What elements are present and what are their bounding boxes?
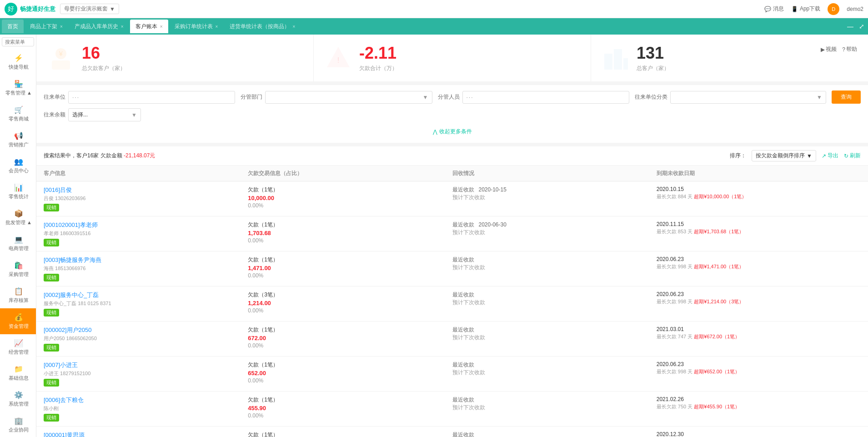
sidebar-item-system[interactable]: ⚙️ 系统管理 <box>0 386 36 412</box>
date-cell-1: 2020.10.15 最长欠款 884 天 超期¥10,000.00（1笔） <box>657 186 861 200</box>
minimize-icon[interactable]: — <box>845 22 855 31</box>
filter-from-unit-dots: ··· <box>72 94 80 100</box>
customer-tag-2: 现销 <box>44 239 59 246</box>
sidebar-item-enterprise[interactable]: 🏢 企业协同 <box>0 412 36 437</box>
customer-name-link-2[interactable]: [0001020001]孝老师 <box>44 221 98 228</box>
sidebar-item-batch-mgmt[interactable]: 📦 批发管理 ▲ <box>0 205 36 231</box>
due-date-2: 2020.11.15 <box>657 221 861 227</box>
filter-unit-category-input[interactable]: ▼ <box>670 91 826 104</box>
customer-name-link-3[interactable]: [0003]畅捷服务尹海燕 <box>44 256 101 263</box>
customer-sub-1: 吕俊 13026203696 <box>44 195 248 202</box>
recovery-cell-5: 最近收款 预计下次收款 <box>452 326 657 342</box>
arrears-percent-6: 0.00% <box>248 377 452 384</box>
tab-purchase-order-label: 采购订单统计表 <box>175 23 213 30</box>
arrears-amount-1: 10,000.00 <box>248 195 452 201</box>
sidebar-item-operations[interactable]: 📈 经营管理 <box>0 334 36 360</box>
stat-card-overdue-customers: ¥ 16 总欠款客户（家） <box>36 35 314 81</box>
col-header-recovery: 回收情况 <box>452 170 657 177</box>
recovery-cell-8: 最近收款 预计下次收款 <box>452 431 657 437</box>
sidebar-item-marketing[interactable]: 📢 营销推广 <box>0 127 36 153</box>
close-product-history-icon[interactable]: × <box>121 24 124 29</box>
tab-incoming-stats[interactable]: 进货单统计表（按商品） × <box>224 20 301 33</box>
last-payment-5: 最近收款 <box>452 326 657 334</box>
filter-manager-input[interactable]: ··· <box>462 91 629 104</box>
close-purchase-order-icon[interactable]: × <box>216 24 218 29</box>
overdue-link-4[interactable]: 超期¥1,214.00（3笔） <box>694 299 744 304</box>
last-payment-1: 最近收款 2020-10-15 <box>452 186 657 194</box>
table-row: [0003]畅捷服务尹海燕 海燕 18513066976 现销 欠款（1笔） 1… <box>36 251 868 286</box>
sidebar-item-purchase-mgmt[interactable]: 🛍️ 采购管理 <box>0 256 36 282</box>
stat-card-arrears: ! -2.11 欠款合计（万） <box>314 35 591 81</box>
export-btn[interactable]: ↗ 导出 <box>822 152 838 160</box>
avatar[interactable]: D <box>828 3 839 15</box>
arrears-cell-6: 欠款（1笔） 652.00 0.00% <box>248 361 452 384</box>
svg-text:¥: ¥ <box>59 50 63 57</box>
customer-cell-7: [0006]去下粮仓 陈小刚 现销 <box>44 396 248 422</box>
filter-balance-label: 往来余额 <box>44 111 65 119</box>
arrears-percent-7: 0.00% <box>248 412 452 419</box>
filter-balance-input[interactable]: 选择... ▼ <box>68 108 141 121</box>
filter-from-unit-input[interactable]: ··· <box>68 91 235 104</box>
sort-select[interactable]: 按欠款金额倒序排序 ▼ <box>752 150 816 161</box>
sidebar-item-retail-stats[interactable]: 📊 零售统计 <box>0 179 36 205</box>
username: demo2 <box>847 6 863 12</box>
message-label: 消息 <box>773 5 784 13</box>
tab-purchase-order[interactable]: 采购订单统计表 × <box>169 20 224 33</box>
overdue-link-5[interactable]: 超期¥672.00（1笔） <box>694 334 740 339</box>
sort-dropdown-icon: ▼ <box>807 153 812 159</box>
collapse-btn[interactable]: ⋀ 收起更多条件 <box>44 126 861 137</box>
overdue-link-6[interactable]: 超期¥652.00（1笔） <box>694 369 740 374</box>
maximize-icon[interactable]: ⤢ <box>857 22 866 31</box>
sidebar-item-basic-info[interactable]: 📁 基础信息 <box>0 360 36 386</box>
video-btn[interactable]: ▶ 视频 <box>821 45 837 53</box>
close-goods-status-icon[interactable]: × <box>60 24 63 29</box>
close-customer-account-icon[interactable]: × <box>160 24 163 29</box>
message-btn[interactable]: 💬 消息 <box>764 5 784 13</box>
table-row: [0016]吕俊 吕俊 13026203696 现销 欠款（1笔） 10,000… <box>36 181 868 216</box>
close-incoming-stats-icon[interactable]: × <box>292 24 295 29</box>
sidebar-item-inventory[interactable]: 📋 库存核算 <box>0 282 36 308</box>
customer-sub-4: 服务中心_丁磊 181 0125 8371 <box>44 300 248 307</box>
filter-manager-label: 分管人员 <box>438 93 460 101</box>
help-btn[interactable]: ? 帮助 <box>842 45 857 53</box>
customer-cell-5: [000002]用户2050 用户2050 18665062050 现销 <box>44 326 248 352</box>
overdue-link-7[interactable]: 超期¥455.90（1笔） <box>694 404 740 409</box>
sidebar-item-retail-store[interactable]: 🛒 零售商城 <box>0 101 36 127</box>
customer-name-link-7[interactable]: [0006]去下粮仓 <box>44 397 84 403</box>
stats-row: ¥ 16 总欠款客户（家） ! -2.11 欠款合计 <box>36 35 868 81</box>
arrears-amount-3: 1,471.00 <box>248 265 452 271</box>
sidebar-item-retail-mgmt[interactable]: 🏪 零售管理 ▲ <box>0 75 36 101</box>
search-button[interactable]: 查询 <box>832 90 861 104</box>
overdue-link-3[interactable]: 超期¥1,471.00（1笔） <box>694 264 744 269</box>
tab-goods-status[interactable]: 商品上下架 × <box>25 20 68 33</box>
customer-cell-4: [0002]服务中心_丁磊 服务中心_丁磊 181 0125 8371 现销 <box>44 291 248 316</box>
tab-home[interactable]: 首页 <box>2 20 24 33</box>
customer-name-link-1[interactable]: [0016]吕俊 <box>44 186 72 193</box>
sidebar-purchase-mgmt-label: 采购管理 <box>9 271 29 278</box>
sidebar-item-quick-nav[interactable]: ⚡ 快捷导航 <box>0 49 36 75</box>
customer-tag-7: 现销 <box>44 414 59 422</box>
customer-name-link-4[interactable]: [0002]服务中心_丁磊 <box>44 291 99 298</box>
sidebar-item-member-center[interactable]: 👥 会员中心 <box>0 153 36 179</box>
customer-name-link-6[interactable]: [0007]小进王 <box>44 362 78 368</box>
search-input[interactable] <box>2 37 34 46</box>
customer-name-link-8[interactable]: [000001]黄思源 <box>44 432 85 437</box>
due-date-4: 2020.06.23 <box>657 291 861 297</box>
search-result-text: 搜索结果中，客户16家 <box>44 152 99 159</box>
sidebar-item-ecommerce[interactable]: 💻 电商管理 <box>0 231 36 256</box>
store-selector[interactable]: 母婴行业演示账套 ▼ <box>60 4 119 14</box>
app-download-btn[interactable]: 📱 App下载 <box>791 5 820 13</box>
tab-customer-account[interactable]: 客户账本 × <box>130 20 168 33</box>
filter-department-input[interactable]: ▼ <box>265 91 432 104</box>
customer-sub-5: 用户2050 18665062050 <box>44 335 248 342</box>
sidebar-item-finance[interactable]: 💰 资金管理 <box>0 308 36 334</box>
result-info: 搜索结果中，客户16家 欠款金额 -21,148.07元 排序： 按欠款金额倒序… <box>36 146 868 165</box>
chevron-up-icon: ⋀ <box>433 129 437 135</box>
tab-product-history[interactable]: 产成品入库单历史 × <box>69 20 129 33</box>
overdue-days-2: 最长欠款 853 天 超期¥1,703.68（1笔） <box>657 228 861 235</box>
customer-name-link-5[interactable]: [000002]用户2050 <box>44 326 92 333</box>
logo-icon: 好 <box>5 3 17 15</box>
overdue-link-2[interactable]: 超期¥1,703.68（1笔） <box>694 229 744 234</box>
overdue-link-1[interactable]: 超期¥10,000.00（1笔） <box>694 194 747 199</box>
refresh-btn[interactable]: ↻ 刷新 <box>844 152 861 160</box>
